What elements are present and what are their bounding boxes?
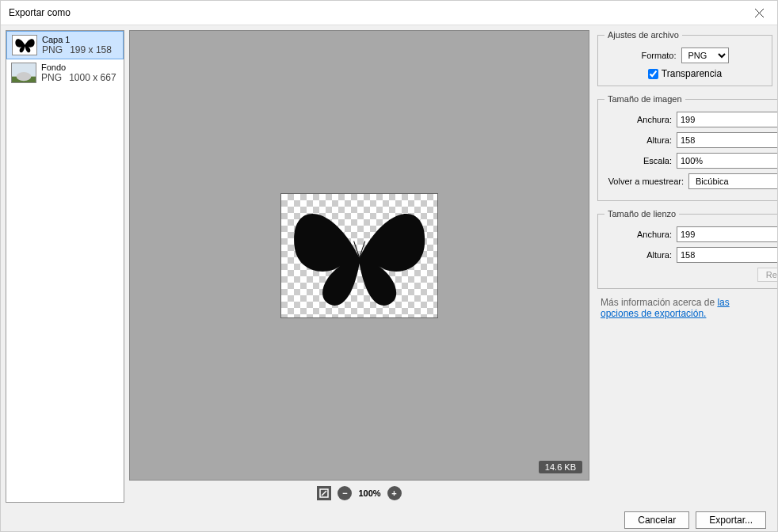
- landscape-icon: [12, 63, 36, 82]
- zoom-out-button[interactable]: −: [338, 486, 352, 500]
- layer-thumbnail: [11, 63, 36, 83]
- canvas-size-group: Tamaño de lienzo Anchura: px Altura: px …: [597, 209, 778, 289]
- canvas-width-label: Anchura:: [604, 230, 672, 239]
- image-size-group: Tamaño de imagen Anchura: px Altura: px …: [597, 94, 778, 201]
- title-bar: Exportar como: [1, 1, 777, 25]
- butterfly-icon: [14, 36, 36, 54]
- close-button[interactable]: [742, 1, 777, 25]
- layer-thumbnail: [12, 35, 37, 55]
- close-icon: [755, 9, 764, 17]
- preview-column: 14.6 KB − 100% +: [129, 30, 589, 503]
- zoom-in-button[interactable]: +: [387, 486, 402, 500]
- transparency-label: Transparencia: [662, 68, 722, 79]
- window-title: Exportar como: [9, 7, 71, 18]
- zoom-toolbar: − 100% +: [129, 484, 589, 503]
- resample-select[interactable]: Bicúbica: [688, 173, 778, 189]
- preview-image: [280, 193, 438, 318]
- dialog-footer: Cancelar Exportar...: [1, 507, 777, 532]
- format-label: Formato:: [641, 51, 676, 60]
- file-settings-group: Ajustes de archivo Formato: PNG Transpar…: [597, 30, 772, 86]
- fit-icon: [319, 488, 329, 498]
- more-info-text: Más información acerca de las opciones d…: [597, 297, 772, 319]
- settings-panel: Ajustes de archivo Formato: PNG Transpar…: [594, 30, 772, 503]
- format-select[interactable]: PNG: [681, 48, 729, 63]
- butterfly-preview-icon: [289, 200, 429, 310]
- main-area: Capa 1 PNG 199 x 158 Fondo PNG 1000 x 66…: [1, 25, 777, 507]
- scale-input[interactable]: [677, 153, 778, 169]
- canvas-height-label: Altura:: [604, 250, 672, 260]
- layers-panel: Capa 1 PNG 199 x 158 Fondo PNG 1000 x 66…: [6, 30, 124, 503]
- image-size-legend: Tamaño de imagen: [604, 94, 685, 104]
- fit-screen-button[interactable]: [317, 486, 331, 500]
- width-label: Anchura:: [604, 115, 672, 124]
- cancel-button[interactable]: Cancelar: [624, 511, 689, 529]
- layer-info: Capa 1 PNG 199 x 158: [42, 35, 112, 55]
- filesize-badge: 14.6 KB: [539, 461, 582, 473]
- zoom-level: 100%: [358, 488, 380, 498]
- layer-info: Fondo PNG 1000 x 667: [41, 63, 116, 83]
- restore-button[interactable]: Restaurar: [757, 268, 778, 282]
- canvas-height-input[interactable]: [677, 247, 778, 263]
- layer-name: Capa 1: [42, 35, 112, 44]
- svg-point-4: [17, 72, 32, 81]
- canvas-size-legend: Tamaño de lienzo: [604, 209, 679, 218]
- image-height-input[interactable]: [677, 132, 778, 148]
- scale-label: Escala:: [604, 156, 672, 165]
- resample-label: Volver a muestrear:: [604, 177, 684, 186]
- layer-meta: PNG 1000 x 667: [41, 72, 116, 83]
- preview-canvas: 14.6 KB: [129, 30, 589, 481]
- height-label: Altura:: [604, 135, 672, 145]
- file-settings-legend: Ajustes de archivo: [604, 30, 682, 40]
- canvas-width-input[interactable]: [677, 226, 778, 242]
- layer-item-fondo[interactable]: Fondo PNG 1000 x 667: [6, 59, 124, 87]
- layer-item-capa1[interactable]: Capa 1 PNG 199 x 158: [6, 31, 124, 59]
- layer-name: Fondo: [41, 63, 116, 72]
- layer-meta: PNG 199 x 158: [42, 44, 112, 55]
- image-width-input[interactable]: [677, 112, 778, 127]
- svg-line-8: [322, 491, 326, 496]
- transparency-checkbox[interactable]: [648, 69, 658, 79]
- export-button[interactable]: Exportar...: [696, 511, 766, 529]
